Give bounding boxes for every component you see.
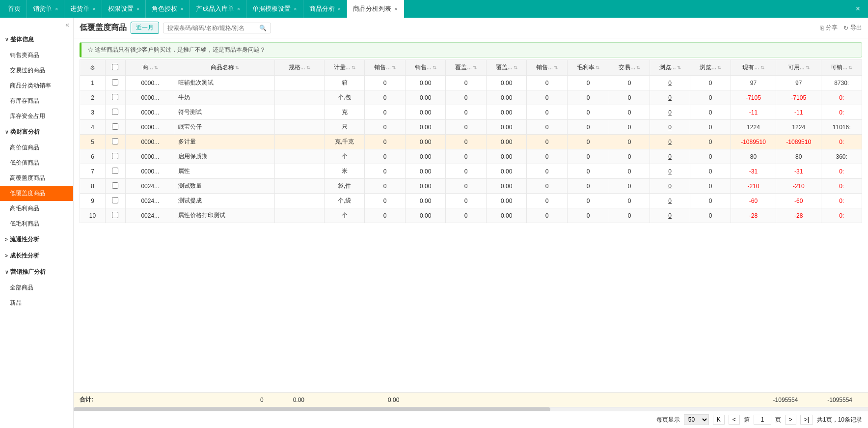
th-current[interactable]: 现有...⇅	[731, 60, 776, 76]
sidebar-collapse-button[interactable]: «	[0, 18, 73, 31]
cell-name[interactable]: 测试数量	[175, 179, 274, 194]
cell-browse1[interactable]: 0	[650, 76, 690, 90]
cell-name[interactable]: 测试提成	[175, 194, 274, 208]
th-gross[interactable]: 毛利率⇅	[567, 60, 609, 76]
share-button[interactable]: ⎗ 分享	[820, 24, 838, 32]
sidebar-section-overall[interactable]: ∨ 整体信息	[0, 31, 73, 48]
row-checkbox[interactable]	[112, 109, 118, 115]
settings-icon[interactable]: ⚙	[90, 64, 95, 71]
sidebar-item-traded-goods[interactable]: 交易过的商品	[0, 63, 73, 78]
sidebar-section-marketing[interactable]: ∨ 营销推广分析	[0, 264, 73, 280]
cell-browse1[interactable]: 0	[650, 164, 690, 179]
cell-browse1[interactable]: 0	[650, 90, 690, 105]
sidebar-section-liquidity[interactable]: > 流通性分析	[0, 231, 73, 248]
browse-link[interactable]: 0	[668, 198, 672, 204]
cell-name[interactable]: 属性价格打印测试	[175, 208, 274, 223]
cell-browse1[interactable]: 0	[650, 105, 690, 120]
th-cover1[interactable]: 覆盖...⇅	[446, 60, 487, 76]
cell-name[interactable]: 符号测试	[175, 105, 274, 120]
cell-checkbox[interactable]	[106, 76, 126, 90]
sidebar-item-sales-goods[interactable]: 销售类商品	[0, 48, 73, 63]
row-checkbox[interactable]	[112, 212, 118, 218]
window-close-button[interactable]: ×	[850, 4, 866, 13]
cell-browse1[interactable]: 0	[650, 208, 690, 223]
last-page-button[interactable]: >|	[800, 415, 813, 425]
cell-checkbox[interactable]	[106, 135, 126, 149]
prev-page-button[interactable]: <	[729, 415, 740, 425]
th-checkbox[interactable]	[106, 60, 126, 76]
row-checkbox[interactable]	[112, 168, 118, 174]
cell-checkbox[interactable]	[106, 164, 126, 179]
th-spec[interactable]: 规格...⇅	[274, 60, 324, 76]
sidebar-item-low-coverage[interactable]: 低覆盖度商品	[0, 186, 73, 201]
tab-goods-analysis[interactable]: 商品分析 ×	[303, 0, 347, 18]
sidebar-item-high-coverage[interactable]: 高覆盖度商品	[0, 171, 73, 186]
browse-link[interactable]: 0	[668, 80, 672, 86]
sidebar-section-wealth[interactable]: ∨ 类财富分析	[0, 124, 73, 140]
th-available[interactable]: 可用...⇅	[776, 60, 821, 76]
tab-sales-close[interactable]: ×	[55, 6, 58, 12]
tab-roles-close[interactable]: ×	[180, 6, 183, 12]
row-checkbox[interactable]	[112, 123, 118, 130]
tab-product-storage[interactable]: 产成品入库单 ×	[190, 0, 246, 18]
th-sales1[interactable]: 销售...⇅	[365, 60, 406, 76]
browse-link[interactable]: 0	[668, 168, 672, 175]
cell-checkbox[interactable]	[106, 179, 126, 194]
cell-name[interactable]: 眠宝公仔	[175, 120, 274, 135]
select-all-checkbox[interactable]	[112, 64, 118, 70]
cell-checkbox[interactable]	[106, 90, 126, 105]
browse-link[interactable]: 0	[668, 212, 672, 219]
th-code[interactable]: 商...⇅	[125, 60, 175, 76]
table-container[interactable]: ⚙ 商...⇅ 商品名称⇅ 规格...⇅	[80, 59, 862, 392]
horizontal-scrollbar[interactable]	[74, 407, 868, 411]
tab-template-close[interactable]: ×	[294, 6, 297, 12]
cell-checkbox[interactable]	[106, 105, 126, 120]
cell-checkbox[interactable]	[106, 120, 126, 135]
browse-link[interactable]: 0	[668, 139, 672, 145]
browse-link[interactable]: 0	[668, 153, 672, 160]
cell-name[interactable]: 多计量	[175, 135, 274, 149]
cell-browse1[interactable]: 0	[650, 194, 690, 208]
th-cover2[interactable]: 覆盖...⇅	[486, 60, 527, 76]
cell-browse1[interactable]: 0	[650, 179, 690, 194]
th-unit[interactable]: 计量...⇅	[324, 60, 365, 76]
cell-browse1[interactable]: 0	[650, 135, 690, 149]
tab-product-storage-close[interactable]: ×	[237, 6, 240, 12]
cell-checkbox[interactable]	[106, 194, 126, 208]
th-browse1[interactable]: 浏览...⇅	[650, 60, 690, 76]
sidebar-item-category-rate[interactable]: 商品分类动销率	[0, 78, 73, 93]
browse-link[interactable]: 0	[668, 109, 672, 116]
cell-name[interactable]: 旺辅批次测试	[175, 76, 274, 90]
sidebar-item-capital[interactable]: 库存资金占用	[0, 109, 73, 124]
filter-button[interactable]: 近一月	[131, 22, 159, 34]
row-checkbox[interactable]	[112, 197, 118, 203]
tab-goods-analysis-close[interactable]: ×	[338, 6, 341, 12]
sidebar-item-inventory-goods[interactable]: 有库存商品	[0, 93, 73, 109]
row-checkbox[interactable]	[112, 153, 118, 159]
th-sales3[interactable]: 销售...⇅	[527, 60, 568, 76]
th-browse2[interactable]: 浏览...⇅	[690, 60, 731, 76]
tab-purchase[interactable]: 进货单 ×	[64, 0, 102, 18]
tab-sales[interactable]: 销货单 ×	[27, 0, 64, 18]
browse-link[interactable]: 0	[668, 183, 672, 190]
th-trade[interactable]: 交易...⇅	[609, 60, 650, 76]
cell-name[interactable]: 属性	[175, 164, 274, 179]
tab-purchase-close[interactable]: ×	[92, 6, 95, 12]
cell-name[interactable]: 启用保质期	[175, 149, 274, 164]
browse-link[interactable]: 0	[668, 94, 672, 101]
tab-goods-list-close[interactable]: ×	[394, 6, 397, 12]
cell-name[interactable]: 牛奶	[175, 90, 274, 105]
row-checkbox[interactable]	[112, 94, 118, 100]
cell-browse1[interactable]: 0	[650, 120, 690, 135]
sidebar-item-high-margin[interactable]: 高毛利商品	[0, 201, 73, 216]
cell-browse1[interactable]: 0	[650, 149, 690, 164]
th-settings[interactable]: ⚙	[80, 60, 106, 76]
row-checkbox[interactable]	[112, 182, 118, 189]
search-input[interactable]	[167, 25, 259, 31]
tab-permissions[interactable]: 权限设置 ×	[102, 0, 146, 18]
cell-checkbox[interactable]	[106, 208, 126, 223]
cell-checkbox[interactable]	[106, 149, 126, 164]
sidebar-item-low-value[interactable]: 低价值商品	[0, 155, 73, 171]
tab-goods-list[interactable]: 商品分析列表 ×	[347, 0, 404, 18]
tab-permissions-close[interactable]: ×	[136, 6, 139, 12]
